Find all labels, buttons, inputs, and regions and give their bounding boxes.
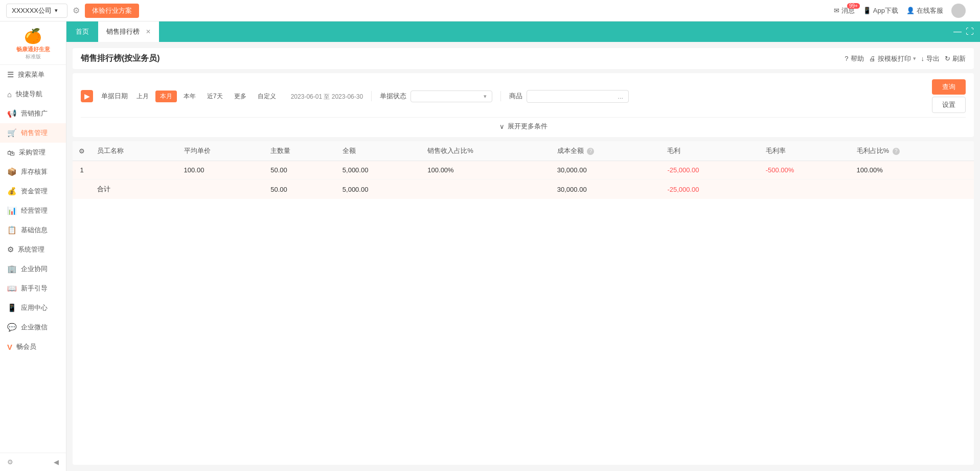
status-select[interactable]: ▾ bbox=[411, 91, 492, 102]
search-menu-icon: ☰ bbox=[7, 70, 14, 79]
message-button[interactable]: ✉ 消息 99+ bbox=[834, 6, 855, 15]
data-table: ⚙ 员工名称 平均单价 主数量 全额 销售收入占比% 成本全额 ? 毛利 毛利率 bbox=[73, 141, 974, 199]
date-tab-last-month[interactable]: 上月 bbox=[132, 91, 153, 102]
goods-label: 商品 bbox=[509, 92, 522, 101]
sidebar-item-quick-nav[interactable]: ⌂ 快捷导航 bbox=[0, 84, 66, 104]
sidebar-item-wechat[interactable]: 💬 企业微信 bbox=[0, 318, 66, 337]
company-selector[interactable]: XXXXXX公司 ▾ bbox=[6, 4, 67, 18]
sidebar-item-label: 企业微信 bbox=[21, 323, 48, 332]
settings-icon[interactable]: ⚙ bbox=[73, 6, 80, 15]
sidebar-item-marketing[interactable]: 📢 营销推广 bbox=[0, 104, 66, 123]
print-icon: 🖨 bbox=[869, 55, 876, 62]
date-tab-this-month[interactable]: 本月 bbox=[155, 91, 177, 102]
table-header-cost: 成本全额 ? bbox=[551, 141, 662, 161]
sidebar-item-operation[interactable]: 📊 经营管理 bbox=[0, 201, 66, 220]
template-print-label: 按模板打印 bbox=[878, 54, 911, 63]
table-header-amount: 全额 bbox=[336, 141, 422, 161]
table-header-gear[interactable]: ⚙ bbox=[73, 141, 91, 161]
sidebar-item-enterprise[interactable]: 🏢 企业协同 bbox=[0, 259, 66, 279]
sidebar-item-inventory[interactable]: 📦 库存核算 bbox=[0, 162, 66, 182]
tab-bar-actions: — ⛶ bbox=[947, 27, 980, 36]
sidebar-item-label: 系统管理 bbox=[18, 245, 44, 254]
cell-amount: 5,000.00 bbox=[336, 161, 422, 180]
cell-main-qty: 50.00 bbox=[264, 161, 336, 180]
filter-toggle-button[interactable]: ▶ bbox=[81, 90, 93, 102]
table-header-profit-pct: 毛利占比% ? bbox=[851, 141, 974, 161]
trial-button[interactable]: 体验行业方案 bbox=[85, 4, 139, 18]
print-chevron-icon: ▾ bbox=[913, 55, 916, 62]
date-tab-this-year[interactable]: 本年 bbox=[179, 91, 200, 102]
date-tab-custom[interactable]: 自定义 bbox=[253, 91, 281, 102]
sidebar-item-purchase[interactable]: 🛍 采购管理 bbox=[0, 143, 66, 162]
table-header-profit-rate: 毛利率 bbox=[760, 141, 851, 161]
tab-close-icon[interactable]: ✕ bbox=[146, 28, 151, 35]
expand-more-button[interactable]: ∨ 展开更多条件 bbox=[81, 117, 966, 131]
sidebar-item-label: 快捷导航 bbox=[16, 89, 42, 99]
refresh-button[interactable]: ↻ 刷新 bbox=[945, 54, 966, 63]
export-button[interactable]: ↓ 导出 bbox=[921, 54, 940, 63]
settings-bottom-icon[interactable]: ⚙ bbox=[7, 458, 13, 466]
tab-home[interactable]: 首页 bbox=[66, 21, 98, 42]
export-icon: ↓ bbox=[921, 55, 925, 62]
status-filter: 单据状态 ▾ bbox=[380, 91, 492, 102]
cell-rank: 1 bbox=[73, 161, 91, 180]
collapse-icon[interactable]: ◀ bbox=[54, 458, 59, 466]
cell-cost: 30,000.00 bbox=[551, 161, 662, 180]
service-icon: 👤 bbox=[906, 7, 915, 14]
sidebar-item-label: 库存核算 bbox=[21, 167, 48, 176]
template-print-button[interactable]: 🖨 按模板打印 ▾ bbox=[869, 54, 916, 63]
footer-amount: 5,000.00 bbox=[336, 180, 422, 199]
filter-area: ▶ 单据日期 上月 本月 本年 近7天 更多 自定义 bbox=[73, 73, 974, 137]
sidebar-item-label: 企业协同 bbox=[21, 264, 48, 274]
table-header-profit: 毛利 bbox=[661, 141, 759, 161]
sidebar-item-sales[interactable]: 🛒 销售管理 bbox=[0, 123, 66, 143]
help-button[interactable]: ? 帮助 bbox=[845, 54, 863, 63]
tab-maximize-button[interactable]: ⛶ bbox=[966, 27, 974, 36]
footer-cost: 30,000.00 bbox=[551, 180, 662, 199]
date-tab-7days[interactable]: 近7天 bbox=[202, 91, 227, 102]
top-right-actions: ✉ 消息 99+ 📱 App下载 👤 在线客服 bbox=[834, 4, 974, 18]
goods-more-icon[interactable]: ... bbox=[618, 93, 623, 100]
sidebar-bottom: ⚙ ◀ bbox=[0, 453, 66, 471]
avatar[interactable] bbox=[951, 4, 966, 18]
table-header-row: ⚙ 员工名称 平均单价 主数量 全额 销售收入占比% 成本全额 ? 毛利 毛利率 bbox=[73, 141, 974, 161]
settings-button[interactable]: 设置 bbox=[932, 97, 966, 113]
profit-pct-tooltip-icon[interactable]: ? bbox=[893, 148, 900, 155]
cell-avg-price: 100.00 bbox=[178, 161, 265, 180]
online-service-button[interactable]: 👤 在线客服 bbox=[906, 6, 943, 15]
export-label: 导出 bbox=[926, 54, 940, 63]
date-filter: 单据日期 上月 本月 本年 近7天 更多 自定义 bbox=[101, 91, 281, 102]
goods-input[interactable]: ... bbox=[527, 90, 629, 103]
tab-sales-rank[interactable]: 销售排行榜 ✕ bbox=[98, 21, 159, 42]
footer-label: 合计 bbox=[91, 180, 178, 199]
sidebar-item-guide[interactable]: 📖 新手引导 bbox=[0, 279, 66, 298]
page-header: 销售排行榜(按业务员) ? 帮助 🖨 按模板打印 ▾ ↓ 导出 bbox=[73, 48, 974, 69]
sidebar: 🍊 畅康通好生意 标准版 ☰ 搜索菜单 ⌂ 快捷导航 📢 营销推广 🛒 销售管理… bbox=[0, 21, 66, 471]
home-icon: ⌂ bbox=[7, 90, 12, 99]
sidebar-item-system[interactable]: ⚙ 系统管理 bbox=[0, 240, 66, 259]
sidebar-item-label: 搜索菜单 bbox=[18, 70, 44, 79]
sidebar-item-label: 畅会员 bbox=[16, 342, 36, 351]
sidebar-item-member[interactable]: V 畅会员 bbox=[0, 337, 66, 356]
app-download-button[interactable]: 📱 App下载 bbox=[863, 6, 898, 15]
logo-icon: 🍊 bbox=[24, 28, 42, 44]
query-button[interactable]: 查询 bbox=[932, 79, 966, 95]
top-bar: XXXXXX公司 ▾ ⚙ 体验行业方案 ✉ 消息 99+ 📱 App下载 👤 在… bbox=[0, 0, 980, 21]
refresh-label: 刷新 bbox=[952, 54, 966, 63]
table-header-avg-price: 平均单价 bbox=[178, 141, 265, 161]
sidebar-item-finance[interactable]: 💰 资金管理 bbox=[0, 182, 66, 201]
sidebar-item-search[interactable]: ☰ 搜索菜单 bbox=[0, 65, 66, 84]
filter-row: ▶ 单据日期 上月 本月 本年 近7天 更多 自定义 bbox=[81, 79, 966, 113]
content-area: 首页 销售排行榜 ✕ — ⛶ 销售排行榜(按业务员) ? 帮助 bbox=[66, 21, 980, 471]
tab-minimize-button[interactable]: — bbox=[953, 27, 962, 36]
status-label: 单据状态 bbox=[380, 92, 406, 101]
sidebar-logo: 🍊 畅康通好生意 标准版 bbox=[0, 21, 66, 65]
cost-tooltip-icon[interactable]: ? bbox=[587, 148, 594, 155]
sidebar-item-label: 销售管理 bbox=[21, 128, 48, 138]
sidebar-item-app-center[interactable]: 📱 应用中心 bbox=[0, 298, 66, 318]
sidebar-item-label: 应用中心 bbox=[21, 303, 48, 312]
app-center-icon: 📱 bbox=[7, 303, 17, 312]
sidebar-item-basic[interactable]: 📋 基础信息 bbox=[0, 220, 66, 240]
date-tab-more[interactable]: 更多 bbox=[230, 91, 251, 102]
date-range-text: 2023-06-01 至 2023-06-30 bbox=[291, 93, 363, 101]
